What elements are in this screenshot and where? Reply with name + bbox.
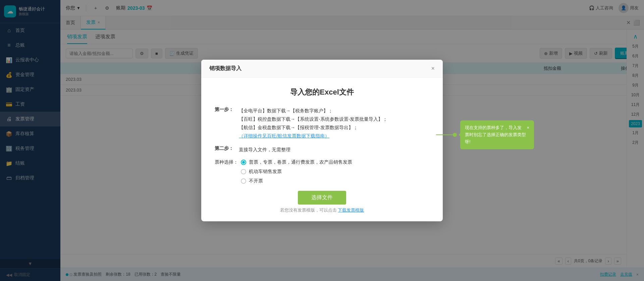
modal-body: 导入您的Excel文件 第一步： 【全电平台】数据下载→【税务数字账户】； 【百… [201, 78, 443, 222]
tooltip-dot [453, 133, 457, 137]
guide-link[interactable]: （详细操作见百旺/航信发票数据下载指南） [239, 133, 329, 138]
modal-footer: 若您没有发票模版，可以点击 下载发票模版 [215, 207, 429, 213]
step1-label: 第一步： [215, 107, 235, 140]
tooltip-line [436, 134, 453, 135]
ticket-row: 票种选择： 普票，专票，卷票，通行费发票，农产品销售发票 机动车销售发票 不开票 [215, 159, 429, 184]
download-template-link[interactable]: 下载发票模版 [338, 208, 364, 213]
step2-content: 直接导入文件，无需整理 [239, 146, 290, 154]
modal-header: 销项数据导入 × [201, 60, 443, 78]
tooltip-box: × 现在支持的票种多了，导入发票时别忘了选择正确的发票类型呀! [460, 120, 534, 149]
modal-title: 销项数据导入 [209, 65, 241, 72]
step1-content: 【全电平台】数据下载→【税务数字账户】； 【百旺】税控盘数据下载→【系统设置-系… [239, 107, 387, 140]
radio-general[interactable]: 普票，专票，卷票，通行费发票，农产品销售发票 [241, 159, 352, 165]
radio-no-ticket-circle [241, 178, 246, 184]
modal-close-btn[interactable]: × [431, 65, 435, 72]
tooltip-arrow [457, 133, 461, 137]
modal-overlay: 销项数据导入 × 导入您的Excel文件 第一步： 【全电平台】数据下载→【税务… [0, 0, 644, 281]
select-file-btn[interactable]: 选择文件 [298, 191, 346, 205]
ticket-label: 票种选择： [215, 159, 238, 165]
import-modal: 销项数据导入 × 导入您的Excel文件 第一步： 【全电平台】数据下载→【税务… [201, 60, 443, 222]
step2-label: 第二步： [215, 146, 235, 154]
ticket-options: 普票，专票，卷票，通行费发票，农产品销售发票 机动车销售发票 不开票 [241, 159, 352, 184]
radio-no-ticket[interactable]: 不开票 [241, 178, 352, 184]
radio-general-circle [241, 160, 246, 165]
step1-row: 第一步： 【全电平台】数据下载→【税务数字账户】； 【百旺】税控盘数据下载→【系… [215, 107, 429, 140]
tooltip-close-btn[interactable]: × [527, 124, 529, 131]
modal-main-title: 导入您的Excel文件 [215, 87, 429, 97]
radio-motor-circle [241, 169, 246, 174]
step2-row: 第二步： 直接导入文件，无需整理 [215, 146, 429, 154]
radio-motor[interactable]: 机动车销售发票 [241, 169, 352, 175]
tooltip-container: × 现在支持的票种多了，导入发票时别忘了选择正确的发票类型呀! [436, 120, 534, 149]
